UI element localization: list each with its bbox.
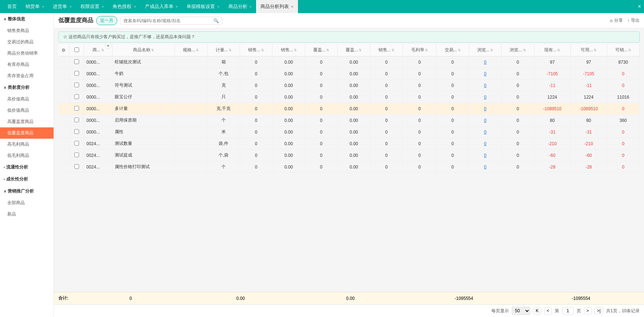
name-cell: 属性 (113, 126, 175, 138)
row-checkbox[interactable] (74, 59, 79, 64)
search-icon[interactable]: 🔍 (213, 18, 219, 23)
sidebar-item-capital-usage[interactable]: 库存资金占用 (0, 70, 54, 82)
close-icon[interactable]: × (217, 4, 219, 9)
salesx-column-header[interactable]: 销售...⇅ (370, 44, 402, 56)
sidebar-item-low-coverage[interactable]: 低覆盖度商品 (0, 127, 54, 139)
view1-cell[interactable]: 0 (469, 103, 501, 115)
gross-cell: 0 (402, 150, 436, 161)
close-icon[interactable]: × (134, 4, 136, 9)
checkbox-cell[interactable] (69, 80, 84, 91)
share-button[interactable]: ⎋ 分享 (610, 17, 623, 24)
spec-column-header[interactable]: 规格...⇅ (175, 44, 207, 56)
sidebar-section-marketing[interactable]: ∨ 营销推广分析 (0, 185, 54, 197)
row-checkbox[interactable] (74, 129, 79, 134)
sidebar-item-low-value[interactable]: 低价值商品 (0, 105, 54, 116)
view2-column-header[interactable]: 浏览...⇅ (502, 44, 534, 56)
row-checkbox[interactable] (74, 94, 79, 99)
prev-page-button[interactable]: < (544, 307, 552, 314)
export-button[interactable]: ↑ 导出 (627, 17, 640, 24)
checkbox-cell[interactable] (69, 161, 84, 173)
checkbox-cell[interactable] (69, 126, 84, 138)
view1-cell[interactable]: 0 (469, 138, 501, 150)
view1-cell[interactable]: 0 (469, 126, 501, 138)
sidebar-item-all-products[interactable]: 全部商品 (0, 197, 54, 209)
checkbox-cell[interactable] (69, 68, 84, 80)
checkbox-cell[interactable] (69, 103, 84, 115)
checkbox-cell[interactable] (69, 56, 84, 68)
view1-cell[interactable]: 0 (469, 91, 501, 103)
settings-column-header[interactable]: ⚙ (58, 44, 69, 56)
checkbox-cell[interactable] (69, 115, 84, 126)
unit-column-header[interactable]: 计量...⇅ (207, 44, 240, 56)
view1-cell[interactable]: 0 (469, 150, 501, 161)
available-column-header[interactable]: 可用...⇅ (570, 44, 607, 56)
row-checkbox[interactable] (74, 152, 79, 157)
filter-recent-month-button[interactable]: 近一月 (96, 16, 117, 25)
trade-cell: 0 (436, 68, 469, 80)
sidebar-collapse-button[interactable]: « (105, 42, 111, 49)
row-checkbox[interactable] (74, 164, 79, 169)
close-icon[interactable]: × (250, 4, 252, 9)
next-page-button[interactable]: > (584, 307, 592, 314)
current-column-header[interactable]: 现有...⇅ (534, 44, 570, 56)
nav-tab-product-entry[interactable]: 产成品入库单 × (141, 0, 182, 13)
nav-tab-permissions[interactable]: 权限设置 × (76, 0, 108, 13)
sidebar-item-in-stock[interactable]: 有库存商品 (0, 59, 54, 70)
view1-column-header[interactable]: 浏览...⇅ (469, 44, 501, 56)
nav-tab-roles[interactable]: 角色授权 × (108, 0, 140, 13)
row-checkbox[interactable] (74, 71, 79, 76)
sidebar-item-sales-products[interactable]: 销售类商品 (0, 25, 54, 36)
checkbox-cell[interactable] (69, 91, 84, 103)
row-checkbox[interactable] (74, 118, 79, 122)
select-all-checkbox[interactable] (74, 47, 79, 52)
current-page-input[interactable] (562, 307, 574, 314)
close-icon[interactable]: × (69, 4, 71, 9)
sidebar-item-low-margin[interactable]: 低毛利商品 (0, 150, 54, 161)
row-checkbox[interactable] (74, 106, 79, 111)
sidebar-item-high-coverage[interactable]: 高覆盖度商品 (0, 116, 54, 127)
nav-tab-product-analysis[interactable]: 商品分析 × (224, 0, 256, 13)
sidebar-item-high-value[interactable]: 高价值商品 (0, 94, 54, 105)
gross-column-header[interactable]: 毛利率⇅ (402, 44, 436, 56)
checkbox-column-header[interactable] (69, 44, 84, 56)
nav-tab-template[interactable]: 单据模板设置 × (182, 0, 224, 13)
view1-cell[interactable]: 0 (469, 68, 501, 80)
trade-column-header[interactable]: 交易...⇅ (436, 44, 469, 56)
view1-cell[interactable]: 0 (469, 161, 501, 173)
sales-amt-column-header[interactable]: 销售...⇅ (272, 44, 305, 56)
sidebar-section-coverage[interactable]: ∨ 类射度分析 (0, 82, 54, 94)
view1-cell[interactable]: 0 (469, 115, 501, 126)
sales-qty-cell: 0 (240, 68, 272, 80)
sidebar-section-growth[interactable]: › 成长性分析 (0, 173, 54, 185)
sidebar-section-overall[interactable]: ∨ 整体信息 (0, 13, 54, 25)
page-size-select[interactable]: 50 20 100 200 (512, 307, 530, 315)
sidebar-item-category-rate[interactable]: 商品分类动销率 (0, 48, 54, 59)
nav-tab-sales[interactable]: 销货单 × (21, 0, 48, 13)
coverage1-column-header[interactable]: 覆盖...⇅ (305, 44, 337, 56)
saleable-column-header[interactable]: 可销...⇅ (607, 44, 639, 56)
close-icon[interactable]: × (102, 4, 104, 9)
nav-tab-purchase[interactable]: 进货单 × (48, 0, 76, 13)
last-page-button[interactable]: >| (594, 307, 603, 314)
checkbox-cell[interactable] (69, 150, 84, 161)
sidebar-item-new-products[interactable]: 新品 (0, 209, 54, 220)
close-icon[interactable]: × (176, 4, 178, 9)
coverage2-column-header[interactable]: 覆盖...⇅ (338, 44, 370, 56)
window-close-button[interactable]: × (638, 3, 641, 10)
view1-cell[interactable]: 0 (469, 80, 501, 91)
sidebar-item-high-margin[interactable]: 高毛利商品 (0, 139, 54, 150)
name-column-header[interactable]: 商品名称⇅ (113, 44, 175, 56)
sales-qty-column-header[interactable]: 销售...⇅ (240, 44, 272, 56)
row-checkbox[interactable] (74, 83, 79, 87)
sidebar-item-traded-products[interactable]: 交易过的商品 (0, 36, 54, 48)
view1-cell[interactable]: 0 (469, 56, 501, 68)
row-checkbox[interactable] (74, 141, 79, 146)
close-icon[interactable]: × (42, 4, 44, 9)
checkbox-cell[interactable] (69, 138, 84, 150)
first-page-button[interactable]: K (533, 307, 541, 314)
nav-tab-product-analysis-list[interactable]: 商品分析列表 × (256, 0, 298, 13)
nav-tab-home[interactable]: 首页 (3, 0, 21, 13)
sidebar-section-liquidity[interactable]: › 流通性分析 (0, 161, 54, 173)
search-input[interactable] (123, 18, 213, 23)
close-icon[interactable]: × (291, 4, 293, 9)
